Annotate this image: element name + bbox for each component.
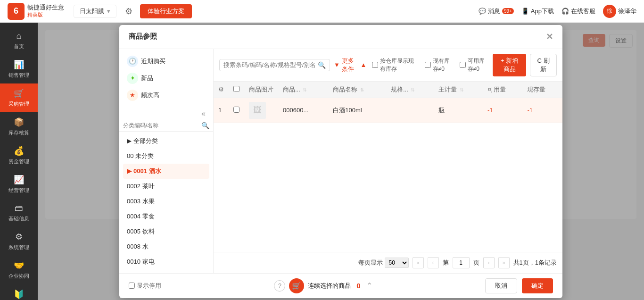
product-search-icon[interactable]: 🔍 [318, 61, 326, 69]
cat-item-0008[interactable]: 0008 水 [123, 239, 209, 254]
all-label: ▶ [127, 137, 132, 144]
sidebar-item-operations[interactable]: 📈 经营管理 [0, 170, 38, 199]
check-stock-nonzero-text: 现有库存≠0 [433, 57, 454, 73]
finance-icon: 💰 [14, 146, 24, 156]
page-label: 第 [443, 258, 449, 267]
sort-spec-icon[interactable]: ⇅ [411, 87, 414, 92]
refresh-button[interactable]: C 刷新 [530, 54, 557, 76]
cat-item-0001[interactable]: ▶ 0001 酒水 [123, 164, 209, 179]
row-checkbox [229, 98, 244, 123]
cancel-button[interactable]: 取消 [485, 278, 517, 293]
sidebar-item-home[interactable]: ⌂ 首页 [0, 26, 38, 55]
product-search-input[interactable] [223, 61, 318, 68]
check-stock-nonzero-input[interactable] [425, 62, 431, 68]
cat-item-0005[interactable]: 0005 饮料 [123, 224, 209, 239]
message-button[interactable]: 💬 消息 99+ [479, 7, 514, 16]
sidebar-item-purchase[interactable]: 🛒 采购管理 [0, 83, 38, 112]
row-code: 000600... [278, 98, 328, 123]
cat-item-0002[interactable]: 0002 茶叶 [123, 179, 209, 194]
check-available-nonzero-input[interactable] [460, 62, 466, 68]
modal-footer: 显示停用 ? 🛒 连续选择的商品 0 ⌃ 取消 确定 [119, 273, 562, 298]
add-product-button[interactable]: + 新增商品 [493, 54, 526, 76]
select-all-checkbox[interactable] [233, 86, 239, 92]
modal-close-button[interactable]: ✕ [546, 32, 553, 42]
cat-item-all[interactable]: ▶ 全部分类 [123, 133, 209, 149]
quick-items: 🕐 近期购买 ✦ 新品 ★ 频次高 [119, 53, 213, 104]
settings-gear-icon[interactable]: ⚙ [218, 86, 224, 93]
check-stock-nonzero-label[interactable]: 现有库存≠0 [425, 57, 454, 73]
product-toolbar: 🔍 ▼ 更多条件 ▲ 按仓库显示现有库存 [214, 49, 562, 82]
check-warehouse-input[interactable] [372, 62, 378, 68]
online-service-label: 在线客服 [571, 7, 595, 16]
page-prev-button[interactable]: ‹ [428, 257, 439, 268]
show-disabled-checkbox[interactable] [129, 283, 135, 289]
filter-up-icon: ▲ [361, 61, 367, 68]
page-number-input[interactable] [453, 257, 470, 268]
row-no: 1 [214, 98, 229, 123]
toolbar-right-buttons: + 新增商品 C 刷新 [493, 54, 557, 76]
row-unit: 瓶 [434, 98, 483, 123]
page-first-button[interactable]: « [413, 257, 424, 268]
category-search-input[interactable] [123, 122, 201, 129]
all-category-label: 全部分类 [133, 137, 158, 145]
sidebar-item-inventory[interactable]: 📦 库存核算 [0, 112, 38, 141]
page-size-wrap: 每页显示 50 100 [358, 258, 409, 268]
quick-item-new[interactable]: ✦ 新品 [123, 70, 209, 87]
cart-up-icon[interactable]: ⌃ [366, 281, 372, 290]
sidebar-label-home: 首页 [14, 43, 24, 50]
sidebar-label-purchase: 采购管理 [8, 100, 29, 108]
filter-icon: ▼ [334, 61, 340, 68]
filter-button[interactable]: ▼ 更多条件 ▲ [334, 57, 366, 74]
trial-button[interactable]: 体验行业方案 [140, 4, 192, 18]
help-icon[interactable]: ? [274, 280, 285, 292]
th-stock: 现存量 [522, 82, 562, 98]
cat-item-0010[interactable]: 0010 家电 [123, 254, 209, 269]
app-download-button[interactable]: 📱 App下载 [521, 7, 554, 16]
category-search-icon[interactable]: 🔍 [201, 122, 209, 129]
sort-name-icon[interactable]: ⇅ [360, 87, 364, 92]
cat-item-00[interactable]: 00 未分类 [123, 149, 209, 164]
collapse-button[interactable]: « [198, 108, 209, 120]
sidebar-label-system: 系统管理 [8, 244, 29, 251]
sidebar-item-basic-info[interactable]: 🗃 基础信息 [0, 199, 38, 227]
quick-item-recent[interactable]: 🕐 近期购买 [123, 53, 209, 70]
sidebar-item-finance[interactable]: 💰 资金管理 [0, 141, 38, 170]
check-warehouse-label[interactable]: 按仓库显示现有库存 [372, 57, 419, 73]
page-last-button[interactable]: » [498, 257, 510, 268]
message-icon: 💬 [479, 8, 486, 15]
cat-item-0004[interactable]: 0004 零食 [123, 209, 209, 224]
show-disabled-label[interactable]: 显示停用 [129, 282, 161, 290]
confirm-button[interactable]: 确定 [522, 278, 553, 293]
sidebar-label-sales: 销售管理 [8, 72, 29, 79]
sidebar-item-system[interactable]: ⚙ 系统管理 [0, 227, 38, 256]
sales-icon: 📊 [14, 59, 24, 70]
table-row[interactable]: 1 🖼 000600... 白酒100ml [214, 98, 562, 123]
cart-icon[interactable]: 🛒 [289, 278, 304, 293]
product-content-panel: 🔍 ▼ 更多条件 ▲ 按仓库显示现有库存 [214, 49, 562, 273]
sort-code-icon[interactable]: ⇅ [303, 87, 306, 92]
per-page-select[interactable]: 50 100 [385, 258, 409, 268]
page-next-button[interactable]: › [483, 257, 495, 268]
cat-item-0003-label: 0003 水果 [127, 197, 155, 206]
username-label: 徐泽华 [618, 7, 636, 16]
product-table-wrap: ⚙ 商品图片 商品... ⇅ [214, 82, 562, 252]
modal-header: 商品参照 ✕ [119, 25, 562, 49]
cat-item-0003[interactable]: 0003 水果 [123, 194, 209, 209]
settings-icon[interactable]: ⚙ [121, 4, 136, 19]
sidebar-item-sales[interactable]: 📊 销售管理 [0, 55, 38, 83]
quick-item-frequent[interactable]: ★ 频次高 [123, 87, 209, 104]
guide-icon: 🔰 [14, 289, 24, 300]
check-available-nonzero-label[interactable]: 可用库存≠0 [460, 57, 489, 73]
row-name: 白酒100ml [328, 98, 386, 123]
pagination: 每页显示 50 100 « ‹ 第 页 › [214, 252, 562, 273]
sidebar-item-enterprise[interactable]: 🤝 企业协同 [0, 256, 38, 284]
online-service-button[interactable]: 🎧 在线客服 [561, 7, 595, 16]
sidebar-label-inventory: 库存核算 [8, 129, 29, 136]
product-reference-modal: 商品参照 ✕ 🕐 近期购买 ✦ 新 [119, 25, 562, 298]
sort-unit-icon[interactable]: ⇅ [460, 87, 463, 92]
sidebar-item-guide[interactable]: 🔰 新手引导 [0, 284, 38, 300]
user-button[interactable]: 徐 徐泽华 [603, 5, 636, 18]
row-select-checkbox[interactable] [233, 107, 239, 113]
store-selector[interactable]: 日太阳膜 ▾ [74, 5, 116, 18]
store-name: 日太阳膜 [80, 7, 104, 16]
